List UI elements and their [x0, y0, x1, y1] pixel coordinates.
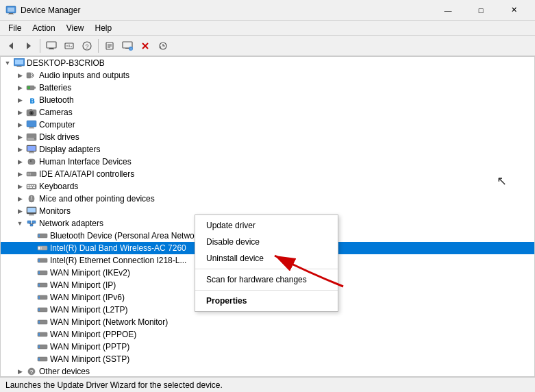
tree-item-disk[interactable]: ▶ Disk drives [1, 131, 534, 143]
svg-point-44 [34, 138, 36, 139]
expand-icon-keyboards[interactable]: ▶ [14, 181, 25, 192]
expand-icon-ide[interactable]: ▶ [14, 169, 25, 180]
battery-icon [25, 82, 38, 93]
ide-label: IDE ATA/ATAPI controllers [39, 169, 134, 179]
svg-rect-38 [29, 109, 32, 110]
svg-rect-27 [15, 60, 23, 64]
svg-rect-70 [32, 221, 36, 223]
status-bar: Launches the Update Driver Wizard for th… [0, 377, 535, 392]
svg-rect-28 [17, 66, 21, 66]
svg-rect-59 [27, 187, 29, 188]
wan-l2tp-label: WAN Miniport (L2TP) [50, 305, 128, 315]
title-bar: Device Manager — □ ✕ [0, 0, 535, 21]
tree-item-cameras[interactable]: ▶ Cameras [1, 106, 534, 119]
expand-icon-batteries[interactable]: ▶ [14, 82, 25, 93]
toolbar-show-hidden[interactable] [61, 38, 77, 54]
ctx-uninstall[interactable]: Uninstall device [195, 250, 338, 267]
tree-item-hid[interactable]: ▶ Human Interface Devices [1, 156, 534, 168]
expand-icon-network[interactable]: ▼ [14, 218, 25, 229]
svg-rect-7 [49, 48, 53, 49]
svg-rect-3 [8, 14, 14, 14]
net-card-icon-10 [36, 341, 49, 352]
expand-icon-mice[interactable]: ▶ [14, 193, 25, 204]
expand-icon-audio[interactable]: ▶ [14, 70, 25, 81]
disk-icon [25, 132, 38, 143]
device-tree[interactable]: ▼ DESKTOP-B3CRIOB ▶ Audio inputs and out… [0, 56, 535, 377]
tree-item-keyboards[interactable]: ▶ Keyboards [1, 180, 534, 193]
close-button[interactable]: ✕ [498, 0, 530, 21]
audio-label: Audio inputs and outputs [39, 71, 129, 80]
keyboard-icon [25, 181, 38, 192]
tree-item-audio[interactable]: ▶ Audio inputs and outputs [1, 69, 534, 82]
toolbar-scan[interactable] [155, 38, 171, 54]
net-card-icon-3 [36, 255, 49, 266]
camera-icon [25, 107, 38, 118]
window-controls: — □ ✕ [432, 0, 530, 21]
net-card-icon-1 [36, 230, 49, 241]
expand-icon-display[interactable]: ▶ [14, 144, 25, 155]
tree-item-bluetooth[interactable]: ▶ ʙ Bluetooth [1, 94, 534, 106]
toolbar: ? ! [0, 36, 535, 56]
tree-item-wan-pppoe[interactable]: ▶ WAN Miniport (PPPOE) [1, 328, 534, 341]
svg-text:ʙ: ʙ [29, 95, 35, 105]
net-card-icon-9 [36, 329, 49, 340]
tree-item-wan-sstp[interactable]: ▶ WAN Miniport (SSTP) [1, 353, 534, 365]
svg-rect-71 [30, 224, 33, 226]
keyboards-label: Keyboards [39, 182, 78, 191]
tree-root[interactable]: ▼ DESKTOP-B3CRIOB [1, 57, 534, 69]
svg-rect-2 [9, 13, 13, 14]
svg-rect-40 [29, 127, 34, 127]
mice-label: Mice and other pointing devices [39, 194, 155, 204]
tree-item-wan-netmon[interactable]: ▶ WAN Miniport (Network Monitor) [1, 316, 534, 328]
tree-item-wan-pptp[interactable]: ▶ WAN Miniport (PPTP) [1, 341, 534, 353]
ctx-disable[interactable]: Disable device [195, 234, 338, 250]
svg-rect-46 [27, 146, 36, 151]
toolbar-update-driver[interactable]: ! [119, 38, 136, 54]
expand-icon-other[interactable]: ▶ [14, 366, 25, 377]
svg-rect-49 [28, 159, 35, 164]
expand-icon-computer[interactable]: ▶ [14, 119, 25, 130]
menu-action[interactable]: Action [27, 22, 60, 34]
svg-rect-86 [38, 284, 40, 286]
tree-item-batteries[interactable]: ▶ Batteries [1, 82, 534, 94]
expand-icon-disk[interactable]: ▶ [14, 132, 25, 143]
hid-label: Human Interface Devices [39, 157, 132, 167]
net-card-icon-11 [36, 354, 49, 365]
svg-rect-52 [27, 173, 29, 175]
maximize-button[interactable]: □ [465, 0, 497, 21]
ctx-update-driver[interactable]: Update driver [195, 217, 338, 234]
tree-item-ide[interactable]: ▶ IDE ATA/ATAPI controllers [1, 168, 534, 180]
tree-item-other[interactable]: ▶ ? Other devices [1, 365, 534, 377]
ctx-properties[interactable]: Properties [195, 293, 338, 309]
menu-help[interactable]: Help [90, 22, 118, 34]
ide-icon [25, 169, 38, 180]
svg-rect-66 [27, 208, 36, 212]
ctx-scan[interactable]: Scan for hardware changes [195, 271, 338, 288]
toolbar-uninstall[interactable] [137, 38, 153, 54]
toolbar-back[interactable] [3, 38, 19, 54]
svg-rect-82 [40, 259, 42, 262]
expand-icon-bluetooth[interactable]: ▶ [14, 95, 25, 106]
svg-point-50 [30, 160, 32, 162]
expand-icon-cameras[interactable]: ▶ [14, 107, 25, 118]
display-label: Display adapters [39, 145, 100, 154]
menu-file[interactable]: File [3, 22, 27, 34]
minimize-button[interactable]: — [432, 0, 464, 21]
tree-item-display[interactable]: ▶ Display adapters [1, 143, 534, 156]
audio-icon [25, 70, 38, 81]
bluetooth-icon: ʙ [25, 95, 38, 106]
toolbar-properties[interactable] [101, 38, 118, 54]
svg-line-72 [29, 223, 32, 224]
svg-rect-33 [27, 86, 30, 89]
svg-rect-76 [40, 234, 42, 237]
toolbar-forward[interactable] [21, 38, 37, 54]
toolbar-help[interactable]: ? [79, 38, 95, 54]
app-icon [5, 5, 16, 16]
tree-item-computer[interactable]: ▶ Computer [1, 119, 534, 131]
menu-view[interactable]: View [61, 22, 90, 34]
expand-icon-root[interactable]: ▼ [2, 58, 13, 69]
tree-item-mice[interactable]: ▶ Mice and other pointing devices [1, 193, 534, 205]
expand-icon-monitors[interactable]: ▶ [14, 206, 25, 217]
expand-icon-hid[interactable]: ▶ [14, 156, 25, 167]
toolbar-computer[interactable] [43, 38, 60, 54]
